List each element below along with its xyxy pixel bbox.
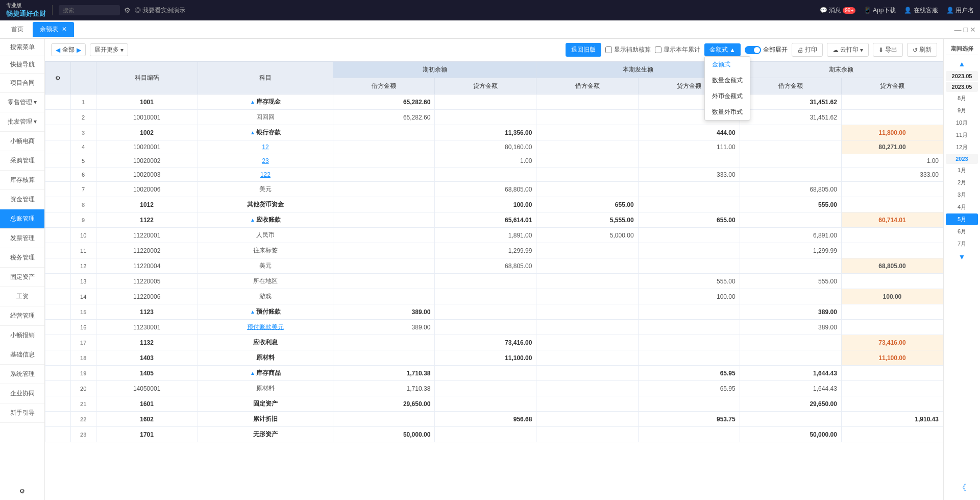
show-auxiliary-checkbox[interactable]: 显示辅助核算 bbox=[605, 45, 651, 54]
format-option-quantity-amount[interactable]: 数量金额式 bbox=[705, 73, 750, 88]
cloud-print-btn[interactable]: ☁ 云打印 ▾ bbox=[827, 43, 869, 57]
cell-setting bbox=[45, 366, 71, 381]
format-option-quantity-foreign[interactable]: 数量外币式 bbox=[705, 104, 750, 120]
period-item-10[interactable]: 10月 bbox=[946, 117, 978, 129]
sidebar-item-wholesale[interactable]: 批发管理 ▾ bbox=[0, 112, 44, 132]
period-item-3[interactable]: 3月 bbox=[946, 189, 978, 201]
demo-link[interactable]: ◎ 我要看实例演示 bbox=[135, 6, 185, 15]
format-option-foreign-amount[interactable]: 外币金额式 bbox=[705, 88, 750, 104]
period-item-8[interactable]: 8月 bbox=[946, 92, 978, 104]
sidebar-item-basic[interactable]: 基础信息 bbox=[0, 345, 44, 365]
search-all-filter[interactable]: ◀ 全部 ▶ bbox=[51, 43, 86, 56]
format-option-amount[interactable]: 金额式 bbox=[705, 57, 750, 73]
tab-close-balance[interactable]: ✕ bbox=[62, 26, 67, 33]
period-item-2[interactable]: 2月 bbox=[946, 177, 978, 188]
refresh-btn[interactable]: ↺ 刷新 bbox=[907, 43, 937, 57]
app-download-btn[interactable]: 📱 App下载 bbox=[864, 6, 896, 15]
period-item-9[interactable]: 9月 bbox=[946, 105, 978, 116]
table-row: 12 11220004 美元 68,805.00 68,805.00 bbox=[45, 258, 943, 274]
cell-code: 10010001 bbox=[96, 110, 198, 125]
account-name: 应收利息 bbox=[253, 339, 278, 346]
tab-home[interactable]: 首页 bbox=[4, 22, 31, 37]
account-link[interactable]: 122 bbox=[260, 171, 271, 178]
table-row: 7 10020006 美元 68,805.00 68,805.00 bbox=[45, 182, 943, 197]
period-nav-next[interactable]: ▼ bbox=[946, 251, 978, 263]
settings-icon[interactable]: ⚙ bbox=[124, 6, 131, 14]
cell-cp-credit bbox=[638, 304, 740, 320]
period-item-12[interactable]: 12月 bbox=[946, 141, 978, 153]
cell-setting bbox=[45, 289, 71, 304]
expand-all-toggle[interactable] bbox=[745, 46, 761, 54]
tab-balance[interactable]: 余额表 ✕ bbox=[33, 22, 74, 37]
online-service-btn[interactable]: 👤 在线客服 bbox=[904, 6, 938, 15]
sidebar-item-system[interactable]: 系统管理 bbox=[0, 365, 44, 384]
export-btn[interactable]: ⬇ 导出 bbox=[873, 43, 903, 57]
sidebar-item-partner[interactable]: 企业协同 bbox=[0, 384, 44, 403]
table-row: 19 1405 ▲库存商品 1,710.38 65.95 1,644.43 bbox=[45, 366, 943, 381]
period-item-6[interactable]: 6月 bbox=[946, 226, 978, 237]
cell-cp-debit bbox=[536, 154, 638, 168]
right-arrow-icon[interactable]: ▶ bbox=[77, 46, 81, 54]
sidebar-item-operation[interactable]: 经营管理 bbox=[0, 306, 44, 326]
message-btn[interactable]: 💬 消息 99+ bbox=[820, 6, 856, 15]
sidebar-search[interactable]: 搜索菜单 bbox=[0, 39, 44, 56]
table-row: 16 11230001 预付账款美元 389.00 389.00 bbox=[45, 320, 943, 335]
sidebar-item-retail[interactable]: 零售管理 ▾ bbox=[0, 93, 44, 112]
cell-setting bbox=[45, 125, 71, 140]
cell-name: 23 bbox=[198, 154, 333, 168]
collapse-icon[interactable]: ▲ bbox=[250, 99, 255, 105]
collapse-icon[interactable]: ▲ bbox=[250, 130, 255, 135]
sidebar-item-purchase[interactable]: 采购管理 bbox=[0, 151, 44, 171]
window-maximize[interactable]: □ bbox=[964, 26, 968, 34]
cell-cb-debit bbox=[740, 289, 841, 304]
sidebar-item-ledger[interactable]: 总账管理 bbox=[0, 209, 44, 229]
cell-code: 1012 bbox=[96, 197, 198, 212]
window-minimize[interactable]: — bbox=[954, 26, 962, 34]
collapse-icon[interactable]: ▲ bbox=[250, 217, 255, 223]
print-btn[interactable]: 🖨 打印 bbox=[792, 43, 823, 57]
cell-setting bbox=[45, 243, 71, 258]
period-nav-prev[interactable]: ▲ bbox=[946, 58, 978, 70]
cell-code: 1123 bbox=[96, 304, 198, 320]
account-link[interactable]: 12 bbox=[262, 144, 268, 151]
user-avatar[interactable]: 👤 用户名 bbox=[946, 6, 974, 15]
period-item-11[interactable]: 11月 bbox=[946, 129, 978, 141]
cell-cp-debit: 655.00 bbox=[536, 197, 638, 212]
sidebar-item-smallsale[interactable]: 小畅报销 bbox=[0, 326, 44, 345]
sidebar-item-project[interactable]: 项目合同 bbox=[0, 74, 44, 93]
sidebar-item-invoice[interactable]: 发票管理 bbox=[0, 229, 44, 248]
expand-more-btn[interactable]: 展开更多 ▾ bbox=[90, 43, 128, 56]
sidebar-item-guide[interactable]: 新手引导 bbox=[0, 403, 44, 423]
period-item-1[interactable]: 1月 bbox=[946, 164, 978, 176]
window-close[interactable]: ✕ bbox=[970, 26, 976, 34]
period-item-7[interactable]: 7月 bbox=[946, 238, 978, 250]
account-name: 无形资产 bbox=[253, 431, 278, 438]
sidebar-item-tax[interactable]: 税务管理 bbox=[0, 248, 44, 268]
period-panel-collapse[interactable]: 《 bbox=[946, 481, 978, 495]
period-item-5[interactable]: 5月 bbox=[946, 213, 978, 225]
sidebar-settings[interactable]: ⚙ bbox=[0, 483, 44, 500]
cell-cp-debit bbox=[536, 140, 638, 154]
sidebar-item-capital[interactable]: 资金管理 bbox=[0, 190, 44, 209]
period-item-2023-05-label[interactable]: 2023.05 bbox=[946, 71, 978, 81]
period-item-4[interactable]: 4月 bbox=[946, 201, 978, 213]
collapse-icon[interactable]: ▲ bbox=[250, 309, 255, 315]
period-item-2023[interactable]: 2023 bbox=[946, 154, 978, 164]
account-link[interactable]: 预付账款美元 bbox=[247, 323, 284, 330]
sidebar-item-salary[interactable]: 工资 bbox=[0, 287, 44, 306]
format-dropdown-btn[interactable]: 金额式 ▲ bbox=[704, 43, 741, 56]
cell-code: 11220002 bbox=[96, 243, 198, 258]
cell-cb-debit: 50,000.00 bbox=[740, 427, 841, 442]
sidebar-item-inventory[interactable]: 库存核算 bbox=[0, 171, 44, 190]
account-name: 回回回 bbox=[256, 113, 275, 121]
show-ytd-checkbox[interactable]: 显示本年累计 bbox=[655, 45, 700, 54]
back-old-version-btn[interactable]: 退回旧版 bbox=[566, 43, 601, 57]
sidebar-item-asset[interactable]: 固定资产 bbox=[0, 268, 44, 287]
cell-cp-debit: 5,000.00 bbox=[536, 228, 638, 243]
period-item-2023-05-2[interactable]: 2023.05 bbox=[946, 82, 978, 92]
collapse-icon[interactable]: ▲ bbox=[250, 370, 255, 376]
account-link[interactable]: 23 bbox=[262, 157, 268, 164]
top-search-input[interactable] bbox=[59, 5, 120, 15]
sidebar-quick-nav[interactable]: 快捷导航 bbox=[0, 56, 44, 74]
sidebar-item-ecommerce[interactable]: 小畅电商 bbox=[0, 132, 44, 151]
